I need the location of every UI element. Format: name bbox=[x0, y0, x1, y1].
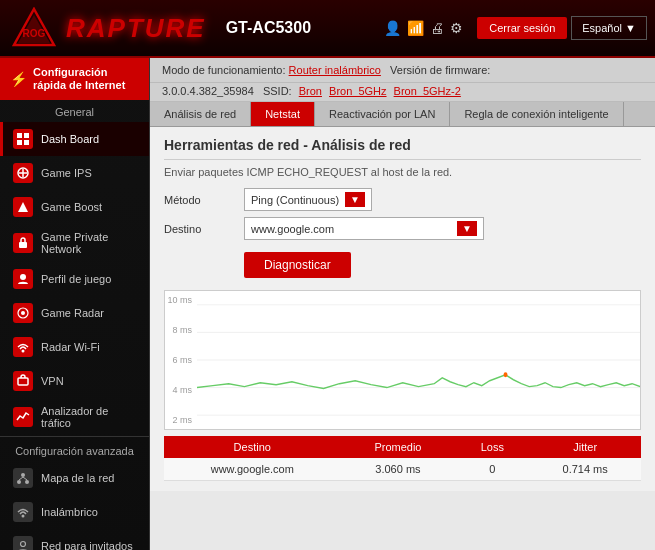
gameips-icon bbox=[13, 163, 33, 183]
y-label-4ms: 4 ms bbox=[167, 385, 195, 395]
chart-y-labels: 10 ms 8 ms 6 ms 4 ms 2 ms bbox=[165, 291, 197, 429]
content-description: Enviar paquetes ICMP ECHO_REQUEST al hos… bbox=[164, 166, 641, 178]
main-layout: ⚡ Configuraciónrápida de Internet Genera… bbox=[0, 58, 655, 550]
firmware-version: 3.0.0.4.382_35984 bbox=[162, 85, 254, 97]
ping-chart: 10 ms 8 ms 6 ms 4 ms 2 ms bbox=[164, 290, 641, 430]
destino-input[interactable]: www.google.com ▼ bbox=[244, 217, 484, 240]
printer-icon[interactable]: 🖨 bbox=[430, 20, 444, 36]
sidebar-item-gameips[interactable]: Game IPS bbox=[0, 156, 149, 190]
settings-icon[interactable]: ⚙ bbox=[450, 20, 463, 36]
traffic-label: Analizador de tráfico bbox=[41, 405, 139, 429]
logo-area: ROG RAPTURE GT-AC5300 bbox=[10, 7, 311, 49]
y-label-10ms: 10 ms bbox=[167, 295, 195, 305]
version-label: Versión de firmware: bbox=[390, 64, 490, 76]
col-promedio: Promedio bbox=[341, 436, 456, 458]
chart-plot bbox=[197, 291, 640, 429]
ssid1[interactable]: Bron bbox=[299, 85, 322, 97]
language-button[interactable]: Español ▼ bbox=[571, 16, 647, 40]
method-value: Ping (Continuous) bbox=[251, 194, 339, 206]
sidebar-item-wireless[interactable]: Inalámbrico bbox=[0, 495, 149, 529]
sidebar-item-gameboost[interactable]: Game Boost bbox=[0, 190, 149, 224]
sidebar-item-gameprofile[interactable]: Perfil de juego bbox=[0, 262, 149, 296]
dashboard-label: Dash Board bbox=[41, 133, 99, 145]
sidebar-item-networkmap[interactable]: Mapa de la red bbox=[0, 461, 149, 495]
svg-point-17 bbox=[21, 473, 25, 477]
svg-point-18 bbox=[17, 480, 21, 484]
sidebar-item-vpn[interactable]: VPN bbox=[0, 364, 149, 398]
tab-wol-label: Reactivación por LAN bbox=[329, 108, 435, 120]
brand-name: RAPTURE bbox=[66, 13, 206, 44]
ssid2[interactable]: Bron_5GHz bbox=[329, 85, 386, 97]
sidebar-item-gameradar[interactable]: Game Radar bbox=[0, 296, 149, 330]
col-loss: Loss bbox=[455, 436, 529, 458]
topbar: Modo de funcionamiento: Router inalámbri… bbox=[150, 58, 655, 83]
method-select[interactable]: Ping (Continuous) ▼ bbox=[244, 188, 372, 211]
svg-line-21 bbox=[23, 477, 27, 480]
svg-rect-6 bbox=[24, 140, 29, 145]
svg-rect-16 bbox=[18, 378, 28, 385]
svg-point-29 bbox=[504, 372, 508, 377]
advanced-section-label: Configuración avanzada bbox=[0, 436, 149, 461]
svg-point-14 bbox=[21, 311, 25, 315]
logout-button[interactable]: Cerrar sesión bbox=[477, 17, 567, 39]
sidebar-item-guestnet[interactable]: Red para invitados bbox=[0, 529, 149, 550]
row-loss: 0 bbox=[455, 458, 529, 481]
main-content: Modo de funcionamiento: Router inalámbri… bbox=[150, 58, 655, 550]
method-label: Método bbox=[164, 194, 234, 206]
svg-point-23 bbox=[21, 542, 26, 547]
col-jitter: Jitter bbox=[529, 436, 641, 458]
method-select-arrow-icon: ▼ bbox=[345, 192, 365, 207]
wireless-label: Inalámbrico bbox=[41, 506, 98, 518]
tab-smartconnect[interactable]: Regla de conexión inteligente bbox=[450, 102, 623, 126]
destino-value: www.google.com bbox=[251, 223, 334, 235]
user-icon[interactable]: 👤 bbox=[384, 20, 401, 36]
firmware-bar: 3.0.0.4.382_35984 SSID: Bron Bron_5GHz B… bbox=[150, 83, 655, 102]
gameprivate-label: Game Private Network bbox=[41, 231, 139, 255]
sidebar-item-dashboard[interactable]: Dash Board bbox=[0, 122, 149, 156]
col-destino: Destino bbox=[164, 436, 341, 458]
guestnet-label: Red para invitados bbox=[41, 540, 133, 550]
mode-value[interactable]: Router inalámbrico bbox=[289, 64, 381, 76]
networkmap-icon bbox=[13, 468, 33, 488]
radarwifi-label: Radar Wi-Fi bbox=[41, 341, 100, 353]
vpn-label: VPN bbox=[41, 375, 64, 387]
mode-label: Modo de funcionamiento: bbox=[162, 64, 286, 76]
tab-wol[interactable]: Reactivación por LAN bbox=[315, 102, 450, 126]
general-section-label: General bbox=[0, 100, 149, 122]
gameradar-label: Game Radar bbox=[41, 307, 104, 319]
quick-config-item[interactable]: ⚡ Configuraciónrápida de Internet bbox=[0, 58, 149, 100]
radarwifi-icon bbox=[13, 337, 33, 357]
wifi-icon[interactable]: 📶 bbox=[407, 20, 424, 36]
destino-select-arrow-icon: ▼ bbox=[457, 221, 477, 236]
dashboard-icon bbox=[13, 129, 33, 149]
y-label-2ms: 2 ms bbox=[167, 415, 195, 425]
sidebar-item-traffic[interactable]: Analizador de tráfico bbox=[0, 398, 149, 436]
quick-config-icon: ⚡ bbox=[10, 71, 27, 87]
content-area: Herramientas de red - Análisis de red En… bbox=[150, 127, 655, 491]
results-table: Destino Promedio Loss Jitter www.google.… bbox=[164, 436, 641, 481]
wireless-icon bbox=[13, 502, 33, 522]
networkmap-label: Mapa de la red bbox=[41, 472, 114, 484]
tab-smartconnect-label: Regla de conexión inteligente bbox=[464, 108, 608, 120]
tab-analysis[interactable]: Análisis de red bbox=[150, 102, 251, 126]
sidebar-item-gameprivate[interactable]: Game Private Network bbox=[0, 224, 149, 262]
row-promedio: 3.060 ms bbox=[341, 458, 456, 481]
row-jitter: 0.714 ms bbox=[529, 458, 641, 481]
y-label-8ms: 8 ms bbox=[167, 325, 195, 335]
y-label-6ms: 6 ms bbox=[167, 355, 195, 365]
ssid3[interactable]: Bron_5GHz-2 bbox=[394, 85, 461, 97]
gameprivate-icon bbox=[13, 233, 33, 253]
diagnose-button[interactable]: Diagnosticar bbox=[244, 252, 351, 278]
header-right: 👤 📶 🖨 ⚙ Cerrar sesión Español ▼ bbox=[384, 0, 655, 56]
sidebar-item-radarwifi[interactable]: Radar Wi-Fi bbox=[0, 330, 149, 364]
vpn-icon bbox=[13, 371, 33, 391]
svg-point-19 bbox=[25, 480, 29, 484]
model-name: GT-AC5300 bbox=[226, 19, 311, 37]
gameprofile-icon bbox=[13, 269, 33, 289]
tab-netstat[interactable]: Netstat bbox=[251, 102, 315, 126]
ssid-label: SSID: bbox=[263, 85, 292, 97]
guestnet-icon bbox=[13, 536, 33, 550]
gameradar-icon bbox=[13, 303, 33, 323]
traffic-icon bbox=[13, 407, 33, 427]
svg-line-20 bbox=[19, 477, 23, 480]
